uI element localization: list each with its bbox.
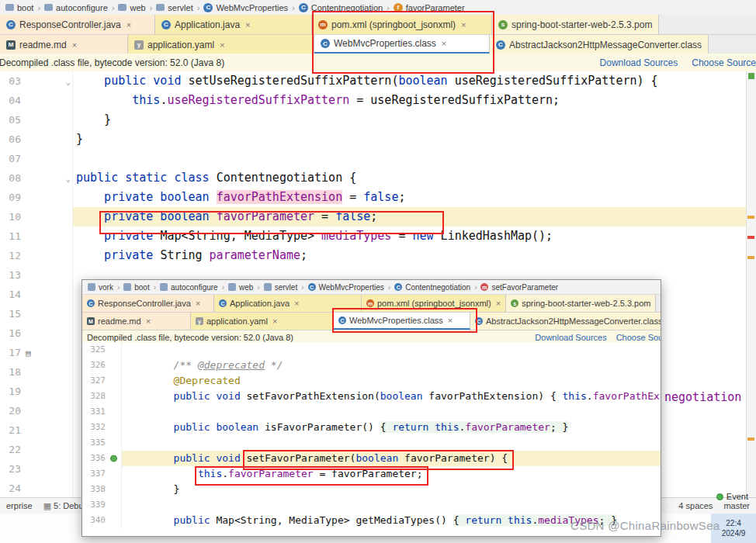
inner-download-sources-link: Download Sources (535, 333, 606, 342)
gutter (109, 358, 122, 373)
tab-label: Application.java (230, 299, 290, 308)
tab-responsecontroller-java[interactable]: CResponseController.java× (0, 15, 155, 34)
scrollbar-mark[interactable] (747, 438, 754, 441)
gutter (23, 246, 73, 265)
breadcrumb-label: Contentnegotiation (311, 3, 383, 12)
tab-webmvcproperties-class[interactable]: CWebMvcProperties.class× (314, 35, 490, 54)
breadcrumb-item-web[interactable]: web (116, 3, 147, 12)
tab-spring-boot-starter-web-2-5-3-pom[interactable]: sspring-boot-starter-web-2.5.3.pom (492, 15, 659, 34)
scrollbar-mark[interactable] (747, 236, 754, 239)
breadcrumb: boot›autoconfigure›web›servlet›CWebMvcPr… (0, 0, 756, 16)
tab-application-java[interactable]: CApplication.java× (155, 15, 312, 34)
fold-arrow-icon[interactable]: ⌄ (65, 174, 71, 182)
close-icon[interactable]: × (245, 20, 250, 29)
maven-icon: m (318, 20, 328, 29)
line-number: 20 (0, 401, 23, 420)
breadcrumb-item-webmvcproperties[interactable]: CWebMvcProperties (201, 3, 290, 12)
code-line[interactable]: 04 this.useRegisteredSuffixPattern = use… (0, 91, 747, 110)
code-fragment-negotiation: negotiation (664, 388, 741, 407)
embedded-screenshot: vork›boot›autoconfigure›web›servlet›CWeb… (81, 279, 661, 537)
code-text (122, 497, 661, 513)
git-branch-status[interactable]: master (723, 501, 750, 510)
indent-status[interactable]: 4 spaces (678, 501, 713, 510)
line-number: 19 (0, 382, 23, 401)
choose-sources-link[interactable]: Choose Sources (692, 57, 756, 68)
line-number: 16 (0, 323, 23, 343)
close-icon[interactable]: × (72, 40, 77, 50)
line-number: 328 (82, 389, 109, 404)
line-number: 327 (82, 373, 109, 389)
code-line[interactable]: 12 private String parameterName; (0, 246, 747, 265)
line-number: 326 (82, 358, 109, 373)
code-text: public void setFavorPathExtension(boolea… (122, 389, 661, 404)
class-icon: C (203, 3, 213, 12)
folder-icon (123, 283, 131, 291)
event-log-button[interactable]: Event (716, 492, 748, 501)
tab-pom-xml-springboot-jsonxml: mpom.xml (springboot_jsonxml)× (362, 295, 506, 312)
code-text: } (73, 110, 747, 130)
code-line[interactable]: 10 private boolean favorParameter = fals… (0, 207, 747, 227)
tab-responsecontroller-java: CResponseController.java× (82, 295, 214, 312)
breadcrumb-item-autoconfigure: autoconfigure (158, 283, 220, 292)
line-number: 04 (0, 91, 23, 110)
tab-abstractjackson2httpmessageconverter-class: CAbstractJackson2HttpMessageConverter.cl… (470, 313, 661, 330)
line-number: 13 (0, 265, 23, 285)
breadcrumb-label: WebMvcProperties (319, 283, 384, 292)
grid-icon: ▦ (43, 501, 51, 510)
tab-readme-md: Mreadme.md× (82, 313, 191, 330)
breadcrumb-item-boot[interactable]: boot (3, 3, 36, 12)
breadcrumb-item-favorparameter[interactable]: ffavorParameter (391, 3, 467, 12)
close-icon: × (146, 316, 151, 326)
line-number: 11 (0, 227, 23, 246)
chevron-right-icon: › (473, 283, 478, 292)
class-icon: C (321, 39, 330, 48)
breadcrumb-item-autoconfigure[interactable]: autoconfigure (42, 3, 110, 12)
editor-scrollbar[interactable] (746, 71, 756, 497)
gutter (23, 479, 73, 497)
close-icon[interactable]: × (127, 20, 131, 29)
fold-arrow-icon[interactable]: ⌄ (65, 77, 71, 85)
gutter (23, 285, 73, 304)
tab-row: Mreadme.md×yapplication.yaml×CWebMvcProp… (0, 35, 756, 55)
breadcrumb-label: web (130, 3, 145, 12)
scrollbar-mark[interactable] (747, 216, 754, 219)
chevron-right-icon: › (110, 3, 116, 12)
tab-abstractjackson2httpmessageconverter-class[interactable]: CAbstractJackson2HttpMessageConverter.cl… (490, 35, 709, 54)
code-line[interactable]: 05 } (0, 110, 747, 130)
code-line[interactable]: 03⌄ public void setUseRegisteredSuffixPa… (0, 71, 747, 91)
inner-breadcrumb: vork›boot›autoconfigure›web›servlet›CWeb… (82, 280, 661, 295)
tab-application-yaml[interactable]: yapplication.yaml× (128, 35, 314, 54)
tab-readme-md[interactable]: Mreadme.md× (0, 35, 128, 54)
inspections-status-icon[interactable] (748, 73, 754, 79)
breadcrumb-item-contentnegotiation[interactable]: CContentnegotiation (297, 3, 385, 12)
tab-label: AbstractJackson2HttpMessageConverter.cla… (486, 316, 661, 326)
close-icon[interactable]: × (461, 20, 466, 29)
gutter (23, 382, 73, 401)
gutter (109, 513, 122, 528)
code-text: public boolean isFavorParameter() { retu… (122, 420, 661, 435)
gutter (109, 482, 122, 497)
close-icon[interactable]: × (442, 39, 446, 48)
breadcrumb-item-servlet[interactable]: servlet (154, 3, 195, 12)
gutter: ▤ (23, 343, 73, 362)
code-line[interactable]: 11 private Map<String, MediaType> mediaT… (0, 227, 747, 246)
gutter (23, 265, 73, 285)
scrollbar-mark[interactable] (747, 256, 754, 259)
tab-pom-xml-springboot-jsonxml[interactable]: mpom.xml (springboot_jsonxml)× (312, 15, 492, 34)
gutter (23, 420, 73, 440)
chevron-right-icon: › (387, 283, 392, 292)
gutter (109, 389, 122, 404)
class-icon: C (161, 20, 171, 29)
gutter (23, 130, 73, 149)
code-line[interactable]: 06} (0, 130, 747, 149)
class-icon: C (308, 283, 316, 291)
code-line[interactable]: 07 (0, 149, 747, 168)
folder-icon (88, 283, 95, 291)
tab-label: readme.md (19, 40, 67, 50)
code-line[interactable]: 09 private boolean favorPathExtension = … (0, 188, 747, 207)
close-icon[interactable]: × (220, 40, 224, 50)
code-line[interactable]: 08⌄public static class Contentnegotiatio… (0, 168, 747, 188)
breadcrumb-item-vork: vork (85, 283, 116, 292)
breadcrumb-label: boot (134, 283, 149, 292)
download-sources-link[interactable]: Download Sources (600, 57, 678, 68)
